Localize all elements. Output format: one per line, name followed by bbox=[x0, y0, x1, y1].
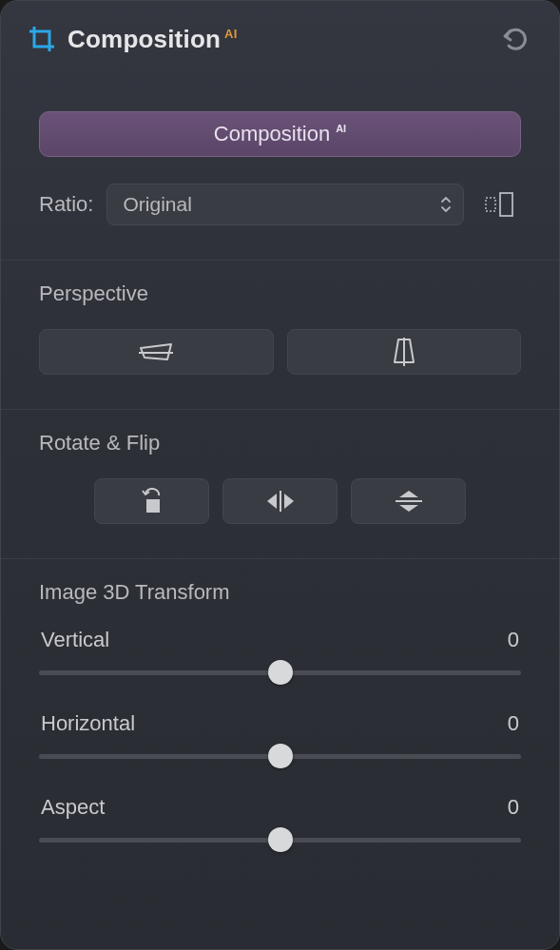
perspective-horizontal-button[interactable] bbox=[39, 329, 274, 375]
slider-value: 0 bbox=[508, 628, 519, 652]
panel-title: CompositionAI bbox=[68, 25, 237, 54]
ratio-select-value: Original bbox=[123, 193, 191, 216]
transform-title: Image 3D Transform bbox=[39, 580, 521, 605]
flip-vertical-button[interactable] bbox=[351, 478, 466, 524]
slider-label: Horizontal bbox=[41, 711, 135, 736]
crop-icon bbox=[28, 25, 56, 53]
slider-track-vertical[interactable] bbox=[39, 660, 521, 685]
panel-header: CompositionAI bbox=[1, 1, 559, 75]
perspective-title: Perspective bbox=[39, 281, 521, 306]
orientation-toggle-button[interactable] bbox=[477, 184, 521, 225]
perspective-vertical-button[interactable] bbox=[287, 329, 522, 375]
slider-thumb[interactable] bbox=[268, 660, 293, 685]
transform-section: Image 3D Transform Vertical 0 Horizontal… bbox=[1, 559, 559, 917]
chevron-updown-icon bbox=[440, 195, 452, 214]
undo-icon bbox=[501, 25, 530, 53]
orientation-icon bbox=[485, 192, 513, 217]
slider-track-aspect[interactable] bbox=[39, 827, 521, 852]
slider-track-horizontal[interactable] bbox=[39, 744, 521, 768]
flip-horizontal-icon bbox=[265, 491, 296, 512]
perspective-section: Perspective bbox=[1, 261, 559, 410]
ratio-label: Ratio: bbox=[39, 192, 93, 217]
rotate-icon bbox=[140, 488, 164, 514]
slider-value: 0 bbox=[508, 795, 519, 820]
flip-vertical-icon bbox=[396, 490, 422, 513]
slider-thumb[interactable] bbox=[268, 744, 293, 768]
undo-button[interactable] bbox=[498, 22, 532, 56]
composition-section: CompositionAI Ratio: Original bbox=[1, 75, 559, 261]
slider-value: 0 bbox=[508, 711, 519, 736]
svg-rect-0 bbox=[486, 198, 495, 211]
perspective-horizontal-icon bbox=[139, 340, 173, 363]
slider-vertical: Vertical 0 bbox=[39, 628, 521, 685]
svg-rect-4 bbox=[146, 499, 160, 513]
composition-panel: CompositionAI CompositionAI Ratio: Origi… bbox=[0, 0, 560, 950]
flip-horizontal-button[interactable] bbox=[222, 478, 338, 524]
slider-thumb[interactable] bbox=[268, 827, 293, 852]
ratio-row: Ratio: Original bbox=[39, 184, 521, 225]
slider-label: Vertical bbox=[41, 628, 109, 652]
slider-horizontal: Horizontal 0 bbox=[39, 711, 521, 768]
slider-label: Aspect bbox=[41, 795, 105, 820]
rotate-flip-section: Rotate & Flip bbox=[1, 410, 559, 559]
perspective-vertical-icon bbox=[391, 338, 417, 366]
svg-rect-1 bbox=[500, 193, 512, 216]
slider-aspect: Aspect 0 bbox=[39, 795, 521, 852]
rotate-flip-title: Rotate & Flip bbox=[39, 431, 521, 456]
rotate-button[interactable] bbox=[94, 478, 209, 524]
ratio-select[interactable]: Original bbox=[106, 184, 464, 225]
composition-ai-button[interactable]: CompositionAI bbox=[39, 111, 521, 157]
ai-badge-small: AI bbox=[336, 123, 346, 134]
ai-badge: AI bbox=[224, 27, 237, 41]
